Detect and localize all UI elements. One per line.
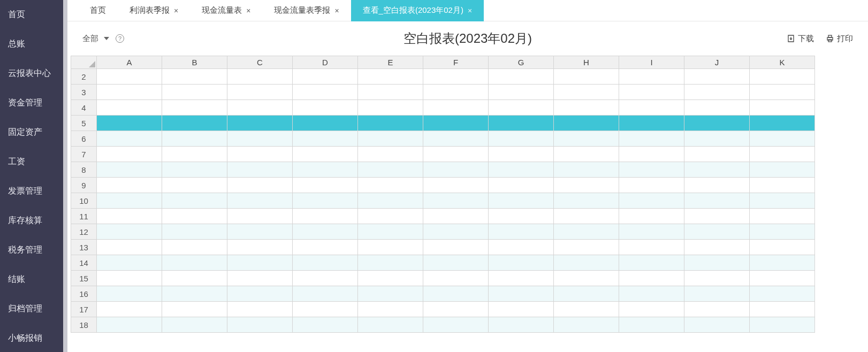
cell-C9[interactable]	[227, 178, 293, 193]
cell-B13[interactable]	[162, 240, 227, 255]
cell-G9[interactable]	[489, 178, 554, 193]
cell-B17[interactable]	[162, 302, 227, 317]
cell-B4[interactable]	[162, 100, 227, 116]
sidebar-item-expense[interactable]: 小畅报销	[0, 324, 67, 352]
cell-B18[interactable]	[162, 317, 227, 333]
cell-G7[interactable]	[489, 147, 554, 162]
cell-J18[interactable]	[684, 317, 750, 333]
cell-F13[interactable]	[423, 240, 489, 255]
sidebar-item-invoice[interactable]: 发票管理	[0, 177, 67, 206]
cell-E13[interactable]	[358, 240, 423, 255]
cell-E7[interactable]	[358, 147, 423, 162]
cell-A3[interactable]	[97, 85, 162, 100]
cell-J5[interactable]	[684, 116, 750, 131]
sidebar-item-tax[interactable]: 税务管理	[0, 235, 67, 265]
cell-A7[interactable]	[97, 147, 162, 162]
sidebar-item-salary[interactable]: 工资	[0, 147, 67, 177]
cell-G10[interactable]	[489, 193, 554, 209]
cell-D6[interactable]	[293, 131, 358, 147]
cell-B14[interactable]	[162, 255, 227, 271]
cell-B7[interactable]	[162, 147, 227, 162]
cell-A13[interactable]	[97, 240, 162, 255]
row-header-13[interactable]: 13	[71, 240, 97, 255]
cell-A18[interactable]	[97, 317, 162, 333]
cell-A5[interactable]	[97, 116, 162, 131]
sidebar-item-archive[interactable]: 归档管理	[0, 294, 67, 324]
cell-K8[interactable]	[750, 162, 815, 178]
cell-G11[interactable]	[489, 209, 554, 224]
cell-H18[interactable]	[554, 317, 619, 333]
cell-A16[interactable]	[97, 286, 162, 302]
row-header-8[interactable]: 8	[71, 162, 97, 178]
cell-F4[interactable]	[423, 100, 489, 116]
cell-D15[interactable]	[293, 271, 358, 286]
row-header-3[interactable]: 3	[71, 85, 97, 100]
cell-J16[interactable]	[684, 286, 750, 302]
cell-E15[interactable]	[358, 271, 423, 286]
cell-I8[interactable]	[619, 162, 684, 178]
cell-B5[interactable]	[162, 116, 227, 131]
cell-F11[interactable]	[423, 209, 489, 224]
cell-I5[interactable]	[619, 116, 684, 131]
cell-D8[interactable]	[293, 162, 358, 178]
cell-G12[interactable]	[489, 224, 554, 240]
cell-D16[interactable]	[293, 286, 358, 302]
row-header-4[interactable]: 4	[71, 100, 97, 116]
cell-F16[interactable]	[423, 286, 489, 302]
cell-C16[interactable]	[227, 286, 293, 302]
cell-D4[interactable]	[293, 100, 358, 116]
cell-I10[interactable]	[619, 193, 684, 209]
cell-D13[interactable]	[293, 240, 358, 255]
row-header-14[interactable]: 14	[71, 255, 97, 271]
cell-K10[interactable]	[750, 193, 815, 209]
cell-J2[interactable]	[684, 69, 750, 85]
cell-E3[interactable]	[358, 85, 423, 100]
close-icon[interactable]: ×	[468, 6, 472, 15]
cell-A15[interactable]	[97, 271, 162, 286]
cell-C15[interactable]	[227, 271, 293, 286]
cell-K7[interactable]	[750, 147, 815, 162]
cell-B10[interactable]	[162, 193, 227, 209]
row-header-6[interactable]: 6	[71, 131, 97, 147]
cell-F7[interactable]	[423, 147, 489, 162]
cell-F10[interactable]	[423, 193, 489, 209]
cell-E16[interactable]	[358, 286, 423, 302]
cell-J12[interactable]	[684, 224, 750, 240]
row-header-10[interactable]: 10	[71, 193, 97, 209]
cell-A2[interactable]	[97, 69, 162, 85]
column-header-C[interactable]: C	[227, 56, 293, 69]
cell-J9[interactable]	[684, 178, 750, 193]
cell-H15[interactable]	[554, 271, 619, 286]
sidebar-item-home[interactable]: 首页	[0, 0, 67, 29]
cell-C2[interactable]	[227, 69, 293, 85]
cell-E5[interactable]	[358, 116, 423, 131]
cell-J7[interactable]	[684, 147, 750, 162]
cell-J4[interactable]	[684, 100, 750, 116]
cell-K15[interactable]	[750, 271, 815, 286]
cell-C14[interactable]	[227, 255, 293, 271]
cell-J17[interactable]	[684, 302, 750, 317]
cell-H11[interactable]	[554, 209, 619, 224]
cell-D7[interactable]	[293, 147, 358, 162]
cell-K12[interactable]	[750, 224, 815, 240]
cell-E14[interactable]	[358, 255, 423, 271]
cell-E12[interactable]	[358, 224, 423, 240]
cell-K18[interactable]	[750, 317, 815, 333]
cell-A10[interactable]	[97, 193, 162, 209]
cell-K5[interactable]	[750, 116, 815, 131]
cell-H9[interactable]	[554, 178, 619, 193]
cell-I7[interactable]	[619, 147, 684, 162]
cell-G8[interactable]	[489, 162, 554, 178]
cell-B2[interactable]	[162, 69, 227, 85]
cell-H8[interactable]	[554, 162, 619, 178]
cell-G15[interactable]	[489, 271, 554, 286]
cell-J10[interactable]	[684, 193, 750, 209]
cell-G13[interactable]	[489, 240, 554, 255]
cell-E9[interactable]	[358, 178, 423, 193]
row-header-15[interactable]: 15	[71, 271, 97, 286]
cell-F9[interactable]	[423, 178, 489, 193]
cell-J3[interactable]	[684, 85, 750, 100]
cell-D2[interactable]	[293, 69, 358, 85]
cell-A17[interactable]	[97, 302, 162, 317]
cell-F3[interactable]	[423, 85, 489, 100]
